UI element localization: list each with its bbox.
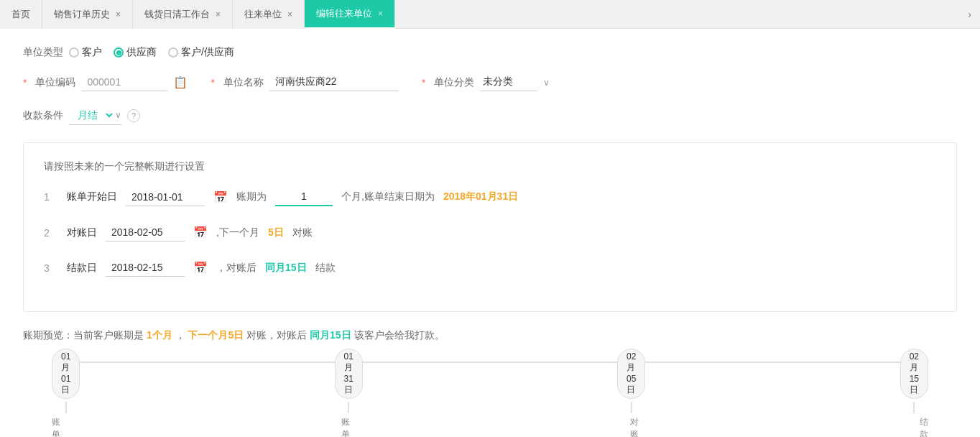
calendar-icon[interactable]: 📋	[173, 75, 188, 89]
reconcile-date-calendar-icon[interactable]: 📅	[193, 226, 208, 239]
payment-date-calendar-icon[interactable]: 📅	[193, 261, 208, 275]
unit-code-input[interactable]	[81, 73, 167, 91]
timeline-label-2: 账单结束日	[341, 416, 350, 437]
payment-terms-label: 收款条件	[23, 109, 63, 122]
radio-customer-label: 客户	[82, 46, 102, 59]
timeline-label-3: 对账日	[630, 416, 639, 437]
unit-fields-row: * 单位编码 📋 * 单位名称 * 单位分类 ∨	[23, 73, 957, 91]
payment-highlight: 同月15日	[265, 262, 307, 275]
tab-edit-partner[interactable]: 编辑往来单位 ×	[305, 0, 395, 29]
preview-connector2: 对账，对账后	[246, 329, 307, 341]
tab-home-label: 首页	[11, 8, 30, 21]
radio-circle-supplier	[114, 47, 124, 58]
timeline-node-4-pill: 02月15日	[900, 349, 928, 399]
payment-terms-row: 收款条件 月结 ∨ ?	[23, 106, 957, 125]
unit-type-row: 单位类型 客户 供应商 客户/供应商	[23, 46, 957, 59]
period-row-2: 2 对账日 📅 ,下一个月5日 对账	[44, 224, 936, 242]
timeline-label-4-text: 结款日	[920, 416, 928, 437]
timeline-node-2: 01月31日	[335, 349, 363, 413]
preview-part3: 同月15日	[310, 329, 351, 341]
timeline-section: 01月01日 01月31日 02月05日 02月15日	[23, 359, 957, 437]
radio-circle-both	[168, 47, 178, 58]
payment-terms-chevron-icon[interactable]: ∨	[115, 110, 121, 120]
close-icon[interactable]: ×	[287, 9, 292, 19]
required-star-2: *	[211, 77, 214, 88]
tab-edit-partner-label: 编辑往来单位	[316, 7, 372, 20]
tab-home[interactable]: 首页	[0, 0, 42, 29]
close-icon[interactable]: ×	[378, 9, 383, 19]
unit-code-label: 单位编码	[35, 76, 75, 89]
timeline-node-3-pill: 02月05日	[617, 349, 645, 399]
start-date-input[interactable]	[126, 188, 205, 206]
tick-4	[913, 402, 915, 413]
timeline-node-1-pill: 01月01日	[52, 349, 80, 399]
timeline-node-1: 01月01日	[52, 349, 80, 413]
payment-text-prefix: ，对账后	[216, 262, 256, 275]
unit-type-label: 单位类型	[23, 46, 63, 59]
unit-type-group: 单位类型 客户 供应商 客户/供应商	[23, 46, 234, 59]
timeline-label-1-text: 账单开始日	[52, 416, 60, 437]
tab-partner-label: 往来单位	[244, 8, 282, 21]
period-text-1: 账期为	[236, 190, 267, 203]
period-text-unit: 个月,账单结束日期为	[341, 190, 435, 203]
required-star-3: *	[422, 77, 425, 88]
radio-both[interactable]: 客户/供应商	[168, 46, 234, 59]
tab-sales[interactable]: 销售订单历史 ×	[42, 0, 133, 29]
category-wrapper: ∨	[480, 73, 550, 91]
unit-code-group: * 单位编码 📋	[23, 73, 188, 91]
period-end-date: 2018年01月31日	[443, 190, 518, 203]
tab-sales-label: 销售订单历史	[54, 8, 110, 21]
unit-name-input[interactable]	[269, 73, 399, 91]
preview-suffix: 该客户会给我打款。	[354, 329, 445, 341]
start-date-calendar-icon[interactable]: 📅	[213, 190, 228, 204]
payment-terms-select-wrapper: 月结 ∨	[69, 106, 121, 125]
help-icon[interactable]: ?	[127, 109, 140, 122]
start-date-label: 账单开始日	[67, 190, 117, 203]
required-star: *	[23, 77, 27, 88]
tab-cashwork[interactable]: 钱货日清工作台 ×	[133, 0, 233, 29]
timeline-label-3-text: 对账日	[630, 416, 639, 437]
dropdown-chevron-icon[interactable]: ∨	[543, 78, 550, 88]
timeline-label-1: 账单开始日	[52, 416, 60, 437]
unit-category-input[interactable]	[480, 73, 537, 91]
reconcile-text-prefix: ,下一个月	[216, 226, 259, 239]
period-row-3-number: 3	[44, 262, 58, 274]
radio-customer[interactable]: 客户	[69, 46, 102, 59]
timeline-label-4: 结款日	[920, 416, 928, 437]
period-row-3: 3 结款日 📅 ，对账后同月15日 结款	[44, 259, 936, 277]
period-row-1: 1 账单开始日 📅 账期为 个月,账单结束日期为 2018年01月31日	[44, 188, 936, 206]
close-icon[interactable]: ×	[216, 9, 221, 19]
main-content: 单位类型 客户 供应商 客户/供应商	[0, 29, 980, 437]
radio-dot-supplier	[116, 50, 121, 55]
tabs-expand-button[interactable]: ›	[968, 9, 980, 20]
radio-group-unit-type: 客户 供应商 客户/供应商	[69, 46, 234, 59]
payment-date-label: 结款日	[67, 262, 97, 275]
preview-section: 账期预览：当前客户账期是 1个月 ， 下一个月5日 对账，对账后 同月15日 该…	[23, 326, 957, 344]
unit-name-group: * 单位名称	[211, 73, 398, 91]
period-row-1-number: 1	[44, 191, 58, 203]
reconcile-date-input[interactable]	[106, 224, 185, 242]
radio-both-label: 客户/供应商	[181, 46, 234, 59]
preview-part2: 下一个月5日	[188, 329, 244, 341]
tab-cashwork-label: 钱货日清工作台	[144, 8, 210, 21]
period-settings-box: 请按照未来的一个完整帐期进行设置 1 账单开始日 📅 账期为 个月,账单结束日期…	[23, 142, 957, 312]
timeline-label-2-text: 账单结束日	[341, 416, 350, 437]
preview-part1: 1个月	[147, 329, 172, 341]
tick-1	[65, 402, 67, 413]
preview-label: 账期预览：当前客户账期是	[23, 329, 144, 341]
payment-text-suffix: 结款	[315, 262, 336, 275]
reconcile-highlight: 5日	[268, 226, 284, 239]
payment-terms-select[interactable]: 月结	[69, 106, 115, 124]
period-months-input[interactable]	[275, 188, 333, 206]
reconcile-text-suffix: 对账	[292, 226, 313, 239]
unit-category-label: 单位分类	[434, 76, 474, 89]
tick-2	[348, 402, 349, 413]
timeline-node-2-pill: 01月31日	[335, 349, 363, 399]
close-icon[interactable]: ×	[116, 9, 121, 19]
radio-supplier[interactable]: 供应商	[114, 46, 157, 59]
period-row-2-number: 2	[44, 227, 58, 239]
tab-partner[interactable]: 往来单位 ×	[233, 0, 305, 29]
category-select-line	[480, 73, 537, 91]
payment-date-input[interactable]	[106, 259, 185, 277]
period-box-title: 请按照未来的一个完整帐期进行设置	[44, 160, 936, 173]
